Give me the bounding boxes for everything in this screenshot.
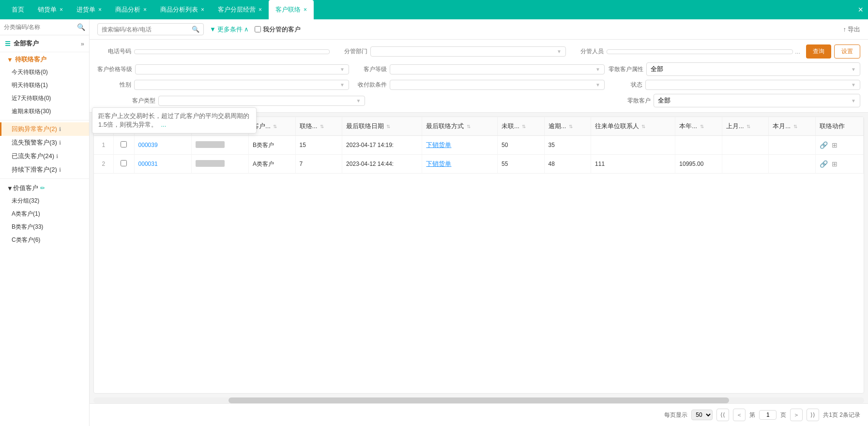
sort-contact-icon[interactable]: ⇅ <box>320 124 324 129</box>
export-button[interactable]: ↑ 导出 <box>843 25 861 34</box>
chevron-type: ▼ <box>356 98 361 103</box>
sidebar-item-overdue[interactable]: 逾期未联络(30) <box>0 105 89 118</box>
info-icon-declining[interactable]: ℹ <box>59 167 61 173</box>
status-input[interactable]: ▼ <box>645 80 860 90</box>
sidebar-item-tomorrow[interactable]: 明天待联络(1) <box>0 79 89 92</box>
gender-input[interactable]: ▼ <box>134 80 349 90</box>
sort-method-icon[interactable]: ⇅ <box>467 124 471 129</box>
info-icon-lost[interactable]: ℹ <box>56 153 58 160</box>
sidebar-item-class-a[interactable]: A类客户(1) <box>0 207 89 220</box>
sidebar-search-input[interactable] <box>4 24 77 30</box>
last-page-button[interactable]: ⟩⟩ <box>807 409 819 421</box>
row-checkbox-1[interactable] <box>121 141 127 147</box>
customer-type-input[interactable]: ▼ <box>158 96 365 106</box>
sort-company-icon[interactable]: ⇅ <box>641 124 645 129</box>
person-input[interactable] <box>607 49 793 54</box>
customer-level-input[interactable]: ▼ <box>390 64 605 74</box>
cell-uncontacted-2: 55 <box>498 155 545 174</box>
sidebar-item-today[interactable]: 今天待联络(0) <box>0 66 89 79</box>
sidebar-item-class-c[interactable]: C类客户(6) <box>0 234 89 247</box>
page-number-input[interactable] <box>759 410 777 420</box>
query-button[interactable]: 查询 <box>806 44 831 59</box>
sidebar-all-customers[interactable]: ☰ 全部客户 » <box>0 35 89 52</box>
nav-home[interactable]: 首页 <box>5 0 31 19</box>
horizontal-scrollbar[interactable] <box>93 397 864 403</box>
payment-input[interactable]: ▼ <box>390 80 605 90</box>
sort-year-icon[interactable]: ⇅ <box>700 124 704 129</box>
retail-attr-input[interactable]: 全部 ▼ <box>646 62 860 76</box>
setting-button[interactable]: 设置 <box>834 44 860 59</box>
nav-customer-contact[interactable]: 客户联络 × <box>269 0 314 19</box>
cell-action-2: 🔗 ⊞ <box>815 155 863 174</box>
info-icon-loss-warning[interactable]: ℹ <box>59 140 61 146</box>
sidebar-collapse-icon[interactable]: » <box>81 40 84 47</box>
sidebar-item-lost[interactable]: 已流失客户(24) ℹ <box>0 149 89 163</box>
sidebar-item-declining[interactable]: 持续下滑客户(2) ℹ <box>0 163 89 176</box>
info-icon-rebuy[interactable]: ℹ <box>59 126 61 132</box>
close-product-analysis-list[interactable]: × <box>201 6 204 13</box>
sidebar-value-group[interactable]: ▼ 价值客户 ✏ <box>0 181 89 194</box>
window-close-button[interactable]: × <box>858 5 863 15</box>
cell-lastmonth-1 <box>722 136 769 155</box>
price-level-input[interactable]: ▼ <box>135 64 349 74</box>
action-icon-grid-2[interactable]: ⊞ <box>832 160 838 168</box>
top-navigation: 首页 销货单 × 进货单 × 商品分析 × 商品分析列表 × 客户分层经营 × … <box>0 0 868 19</box>
action-icon-link-2[interactable]: 🔗 <box>820 160 828 168</box>
sidebar-item-loss-warning[interactable]: 流失预警客户(3) ℹ <box>0 136 89 149</box>
sidebar-item-class-b[interactable]: B类客户(33) <box>0 220 89 234</box>
cell-code-2[interactable]: 000031 <box>134 155 191 174</box>
more-conditions-button[interactable]: ▼ 更多条件 ∧ <box>210 25 249 34</box>
col-uncontacted: 未联... ⇅ <box>498 117 545 136</box>
search-input[interactable] <box>102 26 192 33</box>
dept-input[interactable]: ▼ <box>370 46 566 57</box>
filter-retail-attr: 零散客户属性 全部 ▼ <box>609 62 860 76</box>
cell-overdue-1: 35 <box>544 136 591 155</box>
sidebar-search-icon[interactable]: 🔍 <box>77 23 85 31</box>
last-method-link-1[interactable]: 下销货单 <box>426 141 451 148</box>
nav-sales-order[interactable]: 销货单 × <box>31 0 70 19</box>
search-button[interactable]: 🔍 <box>192 26 199 33</box>
row-checkbox-2[interactable] <box>121 160 127 166</box>
sidebar-item-unclassified[interactable]: 未分组(32) <box>0 194 89 207</box>
first-page-button[interactable]: ⟨⟨ <box>716 409 729 421</box>
edit-icon[interactable]: ✏ <box>40 185 45 191</box>
col-company-contact: 往来单位联系人 ⇅ <box>591 117 675 136</box>
close-product-analysis[interactable]: × <box>143 6 147 13</box>
cell-name-2 <box>191 155 248 174</box>
close-sales-order[interactable]: × <box>60 6 63 13</box>
sidebar-group-pending[interactable]: ▼ 待联络客户 <box>0 52 89 66</box>
nav-product-analysis[interactable]: 商品分析 × <box>108 0 153 19</box>
sort-uncontacted-icon[interactable]: ⇅ <box>522 124 526 129</box>
page-size-select[interactable]: 50 <box>691 410 713 420</box>
last-method-link-2[interactable]: 下销货单 <box>426 160 451 167</box>
nav-purchase-order[interactable]: 进货单 × <box>70 0 108 19</box>
person-dots[interactable]: ... <box>793 48 802 55</box>
my-customers-checkbox-input[interactable] <box>255 26 261 32</box>
content-area: 🔍 ▼ 更多条件 ∧ 我分管的客户 ↑ 导出 电话号码 <box>90 19 868 426</box>
sort-date-icon[interactable]: ⇅ <box>386 124 390 129</box>
prev-page-button[interactable]: ＜ <box>733 409 746 421</box>
nav-product-analysis-list[interactable]: 商品分析列表 × <box>153 0 211 19</box>
action-icon-link-1[interactable]: 🔗 <box>820 141 828 149</box>
sidebar-item-rebuy-abnormal[interactable]: 回购异常客户(2) ℹ <box>0 122 89 136</box>
sort-thismonth-icon[interactable]: ⇅ <box>793 124 797 129</box>
phone-input[interactable] <box>134 49 330 54</box>
close-customer-contact[interactable]: × <box>304 6 307 13</box>
col-action: 联络动作 <box>815 117 863 136</box>
nav-customer-management[interactable]: 客户分层经营 × <box>211 0 269 19</box>
sort-type-icon[interactable]: ⇅ <box>273 124 277 129</box>
action-icon-grid-1[interactable]: ⊞ <box>832 141 838 149</box>
tooltip-more[interactable]: ... <box>161 121 166 128</box>
retail-customer-input[interactable]: 全部 ▼ <box>654 94 860 107</box>
cell-code-1[interactable]: 000039 <box>134 136 191 155</box>
cell-contact-1: 15 <box>295 136 342 155</box>
scrollbar-thumb[interactable] <box>228 397 730 403</box>
sort-lastmonth-icon[interactable]: ⇅ <box>746 124 750 129</box>
close-purchase-order[interactable]: × <box>98 6 102 13</box>
my-customers-checkbox[interactable]: 我分管的客户 <box>255 25 301 34</box>
sidebar-item-7days[interactable]: 近7天待联络(0) <box>0 92 89 105</box>
sort-overdue-icon[interactable]: ⇅ <box>569 124 573 129</box>
next-page-button[interactable]: ＞ <box>790 409 803 421</box>
filter-status: 状态 ▼ <box>609 80 860 90</box>
close-customer-management[interactable]: × <box>259 6 262 13</box>
